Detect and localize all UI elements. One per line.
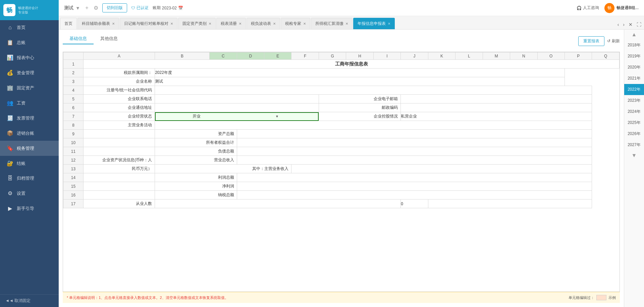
year-item-2021年[interactable]: 2021年 <box>624 73 644 84</box>
tab-home[interactable]: 首页 <box>60 18 77 29</box>
tab-prev-button[interactable]: ‹ <box>616 21 621 28</box>
tab-fixed_cat[interactable]: 固定资产类别✕ <box>178 18 216 29</box>
sidebar-item-fixed[interactable]: 🏢固定资产 <box>0 80 59 95</box>
sidebar-item-inventory[interactable]: 📦进销台账 <box>0 126 59 141</box>
cell-16-0.4304686353711924 <box>237 191 592 200</box>
cell-5-0.0684496964607908 <box>155 95 319 103</box>
col-header-Q: Q <box>592 52 620 60</box>
col-header-I: I <box>373 52 400 60</box>
col-header-E: E <box>264 52 291 60</box>
sidebar-item-guide[interactable]: ▶新手引导 <box>0 201 59 216</box>
year-item-2018年[interactable]: 2018年 <box>624 40 644 51</box>
user-menu[interactable]: 畅 畅捷通B组... <box>604 3 639 13</box>
tab-journal[interactable]: 日记账与银行对账单核对✕ <box>120 18 177 29</box>
tab-tax_expert[interactable]: 税检专家✕ <box>281 18 310 29</box>
cell-7-0.04400483408093092[interactable]: 开业▼ <box>155 112 319 121</box>
col-header-O: O <box>537 52 565 60</box>
year-item-2019年[interactable]: 2019年 <box>624 51 644 62</box>
sidebar-label-fixed: 固定资产 <box>17 85 34 91</box>
cell-17-0.9997970482509144: 0 <box>401 200 428 208</box>
col-header-K: K <box>428 52 455 60</box>
tab-income_tax[interactable]: 所得税汇算清缴✕ <box>311 18 353 29</box>
sidebar-label-settings: 设置 <box>17 190 25 196</box>
tab-close-button[interactable]: ✕ <box>627 21 634 28</box>
col-header-A: A <box>84 52 155 60</box>
col-header-B: B <box>155 52 210 60</box>
year-down-button[interactable]: ▼ <box>631 152 638 159</box>
tab-tax_wave[interactable]: 税负波动表✕ <box>247 18 280 29</box>
cell-6-0.8631145604026718: 企业通信地址 <box>84 103 155 112</box>
tab-close-journal[interactable]: ✕ <box>170 22 173 26</box>
refresh-button[interactable]: ↺ 刷新 <box>607 38 620 44</box>
cell-7-0.7629360575749486: 企业经营状态 <box>84 112 155 121</box>
year-up-button[interactable]: ▲ <box>631 31 638 38</box>
content-area: 基础信息其他信息 重置报表 ↺ 刷新 ABCDEFGHIJKLMNOPQ <box>59 30 644 307</box>
subtab-basic[interactable]: 基础信息 <box>63 34 94 44</box>
tab-close-annual[interactable]: ✕ <box>388 22 390 26</box>
settings-icon[interactable]: ⚙ <box>94 5 98 11</box>
sidebar-label-finance: 资金管理 <box>17 70 34 76</box>
cell-15-0.06972569340288715: 净利润 <box>155 182 237 191</box>
tab-close-tax_wave[interactable]: ✕ <box>273 22 276 26</box>
reset-button[interactable]: 重置报表 <box>578 36 604 46</box>
sidebar-label-tax: 税务管理 <box>17 145 34 151</box>
sidebar-item-home[interactable]: ⌂首页 <box>0 20 59 35</box>
sidebar-item-tax[interactable]: 🔖税务管理 <box>0 141 59 156</box>
verified-badge: 🛡 已认证 <box>131 5 149 11</box>
tab-tax_return[interactable]: 税表清册✕ <box>216 18 246 29</box>
row-header-2: 2 <box>63 69 84 77</box>
tab-close-fixed_cat[interactable]: ✕ <box>209 22 211 26</box>
sidebar-item-archive[interactable]: 🗄归档管理 <box>0 171 59 186</box>
calendar-icon[interactable]: 📅 <box>178 6 183 10</box>
tab-annual[interactable]: 年报信息申报表✕ <box>353 18 395 29</box>
year-item-2027年[interactable]: 2027年 <box>624 139 644 150</box>
company-name[interactable]: 测试 ▼ <box>64 5 80 11</box>
sidebar-item-salary[interactable]: 👥工资 <box>0 95 59 111</box>
sidebar-icon-reports: 📊 <box>7 54 13 61</box>
tab-next-button[interactable]: › <box>622 21 626 28</box>
service-button[interactable]: 🎧 人工咨询 <box>577 5 599 11</box>
col-header-C: C <box>210 52 237 60</box>
year-item-2025年[interactable]: 2025年 <box>624 117 644 128</box>
cell-17-0.5031990206379902 <box>428 200 592 208</box>
tab-aux[interactable]: 科目辅助余额表✕ <box>77 18 119 29</box>
sidebar-icon-inventory: 📦 <box>7 130 13 136</box>
tab-label-aux: 科目辅助余额表 <box>82 21 110 27</box>
sidebar-icon-ledger: 📋 <box>7 39 13 46</box>
year-item-2026年[interactable]: 2026年 <box>624 128 644 139</box>
sidebar-item-settings[interactable]: ⚙设置 <box>0 186 59 201</box>
spreadsheet-wrapper[interactable]: ABCDEFGHIJKLMNOPQ 1工商年报信息表2税款所属期间：2022年度… <box>63 52 620 292</box>
col-header-N: N <box>510 52 537 60</box>
row-header-7: 7 <box>63 112 84 121</box>
add-icon[interactable]: ＋ <box>84 4 90 11</box>
tab-close-aux[interactable]: ✕ <box>112 22 115 26</box>
tab-close-tax_expert[interactable]: ✕ <box>303 22 306 26</box>
cell-15-0.23247278985986464 <box>237 182 592 191</box>
row-header-1: 1 <box>63 60 84 69</box>
tab-close-tax_return[interactable]: ✕ <box>239 22 241 26</box>
tab-expand-button[interactable]: ⛶ <box>635 21 643 28</box>
year-item-2024年[interactable]: 2024年 <box>624 106 644 117</box>
tab-close-income_tax[interactable]: ✕ <box>345 22 348 26</box>
row-header-9: 9 <box>63 130 84 138</box>
year-item-2022年[interactable]: 2022年 <box>624 84 644 95</box>
sidebar-item-settle[interactable]: 🔐结账 <box>0 156 59 171</box>
year-item-2020年[interactable]: 2020年 <box>624 62 644 73</box>
col-header-M: M <box>483 52 510 60</box>
topbar-right: 🎧 人工咨询 畅 畅捷通B组... <box>577 3 639 13</box>
year-item-2023年[interactable]: 2023年 <box>624 95 644 106</box>
pin-toggle[interactable]: ◄◄ 取消固定 <box>0 294 59 307</box>
sidebar-label-ledger: 总账 <box>17 40 25 46</box>
sidebar-item-finance[interactable]: 💰资金管理 <box>0 65 59 80</box>
cell-4-0.5844952078642509: 注册号/统一社会信用代码 <box>84 86 155 95</box>
sidebar-item-reports[interactable]: 📊报表中心 <box>0 50 59 65</box>
sidebar-label-guide: 新手引导 <box>17 206 34 212</box>
tab-label-income_tax: 所得税汇算清缴 <box>315 21 343 27</box>
subtab-other[interactable]: 其他信息 <box>94 34 124 44</box>
shield-icon: 🛡 <box>131 6 135 10</box>
switch-version-button[interactable]: 切到旧版 <box>102 3 127 12</box>
cell-11-0.6130375146061267 <box>84 147 155 156</box>
sidebar-item-ledger[interactable]: 📋总账 <box>0 35 59 50</box>
sidebar-item-invoice[interactable]: 🧾发票管理 <box>0 111 59 126</box>
sidebar-scroll: ⌂首页📋总账📊报表中心💰资金管理🏢固定资产👥工资🧾发票管理📦进销台账🔖税务管理🔐… <box>0 20 59 294</box>
